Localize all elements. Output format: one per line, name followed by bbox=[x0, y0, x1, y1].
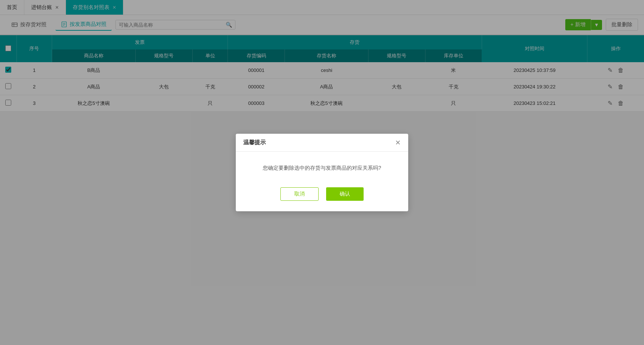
modal-overlay: 温馨提示 ✕ 您确定要删除选中的存货与发票商品的对应关系吗? 取消 确认 bbox=[0, 0, 644, 112]
